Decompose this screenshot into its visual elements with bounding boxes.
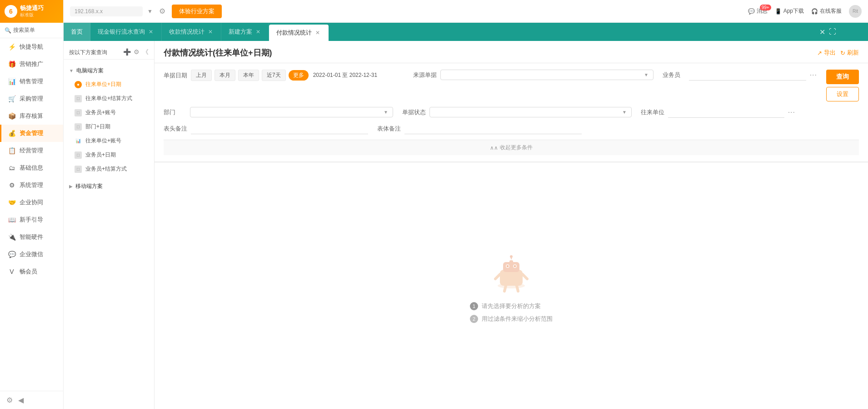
address-dropdown-icon[interactable]: ▼ <box>147 8 153 15</box>
empty-tips: 1 请先选择要分析的方案 2 用过滤条件来缩小分析范围 <box>470 302 553 323</box>
sidebar-item-hardware[interactable]: 🔌 智能硬件 <box>0 228 63 246</box>
nav-icon-guide: 📖 <box>8 216 16 224</box>
tab-close-new-scheme[interactable]: ✕ <box>255 28 261 36</box>
avatar[interactable]: Rit <box>849 5 862 18</box>
table-header-note-input[interactable] <box>191 123 368 134</box>
trial-btn[interactable]: 体验行业方案 <box>172 5 222 18</box>
scheme-item-label-staff-date: 业务员+日期 <box>85 151 116 159</box>
sidebar-item-system[interactable]: ⚙ 系统管理 <box>0 177 63 194</box>
sidebar-item-collab[interactable]: 🤝 企业协同 <box>0 194 63 211</box>
messages-btn[interactable]: 💬 消息 99+ <box>748 7 768 15</box>
table-header-note-group: 表头备注 <box>164 123 368 134</box>
filter-row-2: 部门 ▼ 单据状态 ▼ 往来单位 <box>164 107 859 118</box>
partner-dots[interactable]: ··· <box>788 108 795 116</box>
sidebar-item-guide[interactable]: 📖 新手引导 <box>0 211 63 228</box>
sidebar-item-wechat[interactable]: 💬 企业微信 <box>0 246 63 263</box>
tab-home[interactable]: 首页 <box>64 23 90 41</box>
nav-label-marketing: 营销推广 <box>20 60 43 68</box>
empty-tip-2: 2 用过滤条件来缩小分析范围 <box>470 315 553 323</box>
add-scheme-btn[interactable]: ➕ <box>123 48 131 56</box>
date-btn-last-month[interactable]: 上月 <box>191 70 212 81</box>
voucher-status-select[interactable]: ▼ <box>429 107 632 117</box>
sidebar-item-member[interactable]: V 畅会员 <box>0 263 63 280</box>
nav-label-wechat: 企业微信 <box>20 250 43 258</box>
scheme-section-header-desktop[interactable]: ▼ 电脑端方案 <box>64 64 154 77</box>
date-btn-this-month[interactable]: 本月 <box>215 70 235 81</box>
filter-row-1: 单据日期 上月 本月 本年 近7天 更多 2022-01-01 至 2022-1… <box>164 70 859 101</box>
voucher-status-label: 单据状态 <box>402 108 426 116</box>
tab-label-new-scheme: 新建方案 <box>229 28 252 36</box>
panel-label: 按以下方案查询 <box>69 49 107 56</box>
dept-label: 部门 <box>164 108 186 116</box>
staff-label: 业务员 <box>663 71 685 79</box>
date-btn-7days[interactable]: 近7天 <box>262 70 286 81</box>
date-btn-more[interactable]: 更多 <box>289 70 309 81</box>
refresh-label: 刷新 <box>847 49 859 57</box>
tip-text-1: 请先选择要分析的方案 <box>482 302 541 310</box>
sidebar-item-basic[interactable]: 🗂 基础信息 <box>0 159 63 177</box>
sidebar-item-finance[interactable]: 💰 资金管理 <box>0 125 63 142</box>
tab-receipts[interactable]: 收款情况统计✕ <box>162 23 221 41</box>
scheme-item-staff-account[interactable]: □ 业务员+账号 <box>64 106 154 120</box>
sidebar-item-sales[interactable]: 📊 销售管理 <box>0 73 63 90</box>
scheme-settings-btn[interactable]: ⚙ <box>134 48 140 56</box>
scheme-item-dept-date[interactable]: □ 部门+日期 <box>64 120 154 134</box>
tab-payments[interactable]: 付款情况统计✕ <box>269 25 329 41</box>
sidebar-item-marketing[interactable]: 🎁 营销推广 <box>0 56 63 73</box>
table-body-note-input[interactable] <box>404 123 582 134</box>
close-all-tabs-btn[interactable]: ✕ <box>819 28 825 36</box>
svg-rect-7 <box>509 260 513 263</box>
collapse-panel-btn[interactable]: 《 <box>142 48 149 56</box>
topbar-right: 💬 消息 99+ 📱 App下载 🎧 在线客服 Rit <box>748 5 862 18</box>
nav-icon-inventory: 📦 <box>8 112 16 120</box>
sidebar-item-purchase[interactable]: 🛒 采购管理 <box>0 90 63 107</box>
settings-footer-icon[interactable]: ⚙ <box>6 396 13 404</box>
nav-label-member: 畅会员 <box>20 268 37 276</box>
sidebar-item-inventory[interactable]: 📦 库存核算 <box>0 107 63 125</box>
nav-label-finance: 资金管理 <box>20 129 43 137</box>
message-badge: 99+ <box>760 5 771 10</box>
staff-dots[interactable]: ··· <box>810 71 817 79</box>
search-menu[interactable]: 🔍 搜索菜单 <box>0 23 63 38</box>
collapse-bar[interactable]: ∧∧ 收起更多条件 <box>164 140 859 155</box>
export-btn[interactable]: ↗ 导出 <box>817 49 836 57</box>
empty-icon <box>489 249 534 295</box>
tip-num-2: 2 <box>470 315 478 323</box>
online-service-btn[interactable]: 🎧 在线客服 <box>811 7 842 15</box>
query-btn[interactable]: 查询 <box>826 70 859 84</box>
partner-label: 往来单位 <box>641 108 664 116</box>
section-label-desktop: 电脑端方案 <box>76 67 104 75</box>
source-select[interactable]: ▼ <box>440 70 653 80</box>
maximize-btn[interactable]: ⛶ <box>829 28 836 36</box>
app-download-btn[interactable]: 📱 App下载 <box>775 7 804 15</box>
scheme-item-staff-settle[interactable]: □ 业务员+结算方式 <box>64 162 154 176</box>
tab-bank[interactable]: 现金银行流水查询✕ <box>90 23 162 41</box>
staff-filter-group: 业务员 ··· <box>663 70 817 81</box>
scheme-item-unit-date[interactable]: ● 往来单位+日期 <box>64 77 154 91</box>
tab-close-payments[interactable]: ✕ <box>314 29 321 37</box>
topbar-gear-icon[interactable]: ⚙ <box>159 7 165 15</box>
dept-select[interactable]: ▼ <box>190 107 393 117</box>
scheme-item-icon-unit-settle: □ <box>75 95 82 102</box>
tab-close-bank[interactable]: ✕ <box>148 28 154 36</box>
page-title: 付款情况统计(往来单位+日期) <box>164 47 272 58</box>
scheme-section-header-mobile[interactable]: ▶ 移动端方案 <box>64 180 154 193</box>
scheme-item-unit-account[interactable]: 📊 往来单位+账号 <box>64 134 154 148</box>
sidebar-item-quick-nav[interactable]: ⚡ 快捷导航 <box>0 38 63 56</box>
staff-input[interactable] <box>689 70 806 81</box>
sidebar-item-operations[interactable]: 📋 经营管理 <box>0 142 63 159</box>
nav-icon-purchase: 🛒 <box>8 95 16 103</box>
filter-settings-btn[interactable]: 设置 <box>826 87 859 101</box>
refresh-btn[interactable]: ↻ 刷新 <box>840 49 859 57</box>
scheme-item-unit-settle[interactable]: □ 往来单位+结算方式 <box>64 91 154 106</box>
scheme-item-staff-date[interactable]: □ 业务员+日期 <box>64 148 154 162</box>
nav-label-guide: 新手引导 <box>20 216 43 224</box>
tabbar-actions: ✕ ⛶ <box>819 23 841 41</box>
tab-new-scheme[interactable]: 新建方案✕ <box>221 23 269 41</box>
collapse-sidebar-icon[interactable]: ◀ <box>18 396 24 404</box>
tab-close-receipts[interactable]: ✕ <box>207 28 214 36</box>
date-btn-this-year[interactable]: 本年 <box>238 70 259 81</box>
partner-input[interactable] <box>668 107 784 118</box>
nav-icon-wechat: 💬 <box>8 250 16 258</box>
svg-rect-2 <box>503 262 519 272</box>
